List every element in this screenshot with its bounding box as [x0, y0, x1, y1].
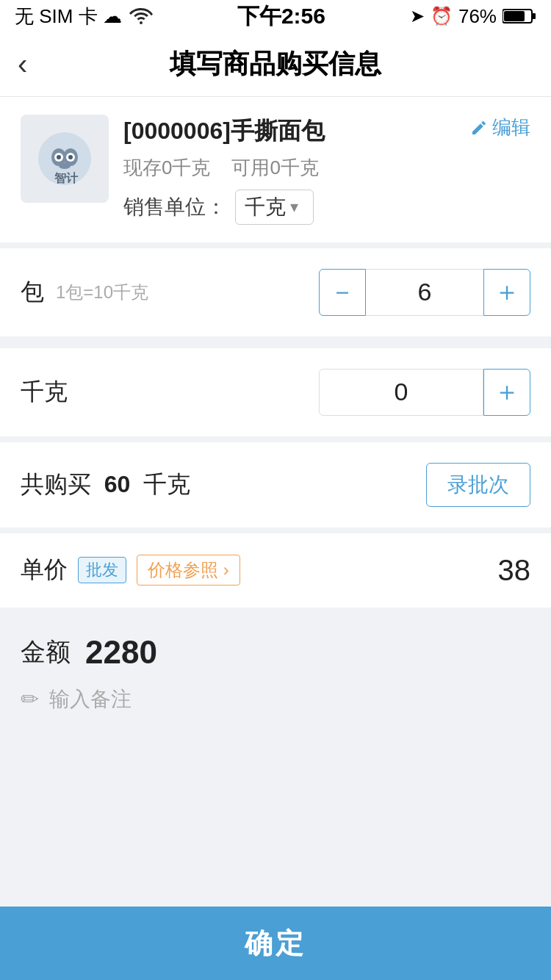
remark-placeholder: 输入备注 [49, 685, 132, 713]
unit-value: 千克 [245, 193, 286, 221]
price-label-group: 单价 批发 价格参照 › [21, 554, 240, 586]
location-icon: ➤ [410, 6, 425, 26]
price-section: 单价 批发 价格参照 › 38 [0, 533, 551, 613]
total-unit: 千克 [143, 471, 190, 497]
batch-button[interactable]: 录批次 [426, 463, 530, 507]
product-logo: 智计 [35, 129, 94, 188]
amount-row: 金额 2280 [21, 634, 530, 685]
bag-label: 包 1包=10千克 [21, 276, 148, 309]
product-card: 智计 [0000006]手撕面包 编辑 现存0千克 可用0千克 销售单位： 千克… [0, 97, 551, 248]
bag-minus-button[interactable]: － [319, 269, 366, 316]
svg-point-8 [57, 155, 61, 159]
bag-quantity-control: － ＋ [319, 269, 530, 316]
kg-label: 千克 [21, 376, 68, 408]
amount-label: 金额 [21, 635, 71, 669]
product-stock: 现存0千克 可用0千克 [123, 155, 530, 181]
svg-point-10 [59, 163, 71, 169]
product-info: [0000006]手撕面包 编辑 现存0千克 可用0千克 销售单位： 千克 ▾ [123, 115, 530, 225]
chevron-down-icon: ▾ [290, 198, 298, 217]
bag-label-text: 包 [21, 276, 44, 309]
bag-hint: 1包=10千克 [56, 281, 148, 304]
available-label: 可用0千克 [231, 156, 318, 179]
nav-bar: ‹ 填写商品购买信息 [0, 32, 551, 97]
wholesale-tag: 批发 [78, 557, 126, 583]
bag-plus-button[interactable]: ＋ [483, 269, 530, 316]
amount-section: 金额 2280 ✏ 输入备注 [0, 613, 551, 734]
remark-row[interactable]: ✏ 输入备注 [21, 685, 530, 734]
price-row: 单价 批发 价格参照 › 38 [21, 554, 530, 587]
total-row: 共购买 60 千克 录批次 [0, 442, 551, 533]
status-left: 无 SIM 卡 ☁ [15, 4, 153, 29]
amount-value: 2280 [85, 634, 157, 671]
edit-label: 编辑 [492, 115, 530, 140]
price-value: 38 [498, 554, 531, 587]
kg-quantity-row: 千克 ＋ [0, 348, 551, 436]
battery-icon [503, 8, 536, 24]
kg-plus-button[interactable]: ＋ [483, 369, 530, 416]
back-button[interactable]: ‹ [18, 48, 27, 81]
status-right: ➤ ⏰ 76% [410, 5, 536, 28]
product-header: [0000006]手撕面包 编辑 [123, 115, 530, 148]
svg-point-9 [68, 155, 73, 159]
total-prefix: 共购买 [21, 471, 91, 497]
kg-quantity-section: 千克 ＋ [0, 342, 551, 442]
svg-rect-2 [504, 11, 525, 21]
edit-button[interactable]: 编辑 [470, 115, 530, 140]
status-time: 下午2:56 [237, 1, 325, 32]
bag-quantity-section: 包 1包=10千克 － ＋ [0, 248, 551, 342]
unit-dropdown[interactable]: 千克 ▾ [235, 190, 314, 225]
unit-prefix: 销售单位： [123, 193, 226, 221]
page-title: 填写商品购买信息 [170, 46, 381, 82]
product-name: [0000006]手撕面包 [123, 115, 325, 148]
sim-label: 无 SIM 卡 ☁ [15, 4, 122, 29]
alarm-icon: ⏰ [431, 6, 453, 26]
total-quantity: 60 [104, 471, 131, 497]
svg-rect-1 [532, 13, 536, 19]
total-text: 共购买 60 千克 [21, 469, 190, 501]
wifi-icon [129, 8, 153, 24]
price-label: 单价 [21, 554, 68, 586]
svg-text:智计: 智计 [54, 172, 79, 184]
product-unit-row: 销售单位： 千克 ▾ [123, 190, 530, 225]
confirm-label: 确定 [245, 925, 306, 962]
kg-quantity-control: ＋ [319, 369, 530, 416]
battery-label: 76% [458, 5, 497, 28]
confirm-button[interactable]: 确定 [0, 907, 551, 980]
product-image: 智计 [21, 115, 109, 203]
bag-quantity-input[interactable] [366, 269, 483, 316]
status-bar: 无 SIM 卡 ☁ 下午2:56 ➤ ⏰ 76% [0, 0, 551, 32]
stock-label: 现存0千克 [123, 156, 210, 179]
price-ref-button[interactable]: 价格参照 › [137, 555, 240, 586]
pencil-icon: ✏ [21, 686, 39, 712]
kg-quantity-input[interactable] [319, 369, 483, 416]
bag-quantity-row: 包 1包=10千克 － ＋ [0, 248, 551, 336]
edit-icon [470, 119, 488, 137]
kg-label-text: 千克 [21, 376, 68, 408]
